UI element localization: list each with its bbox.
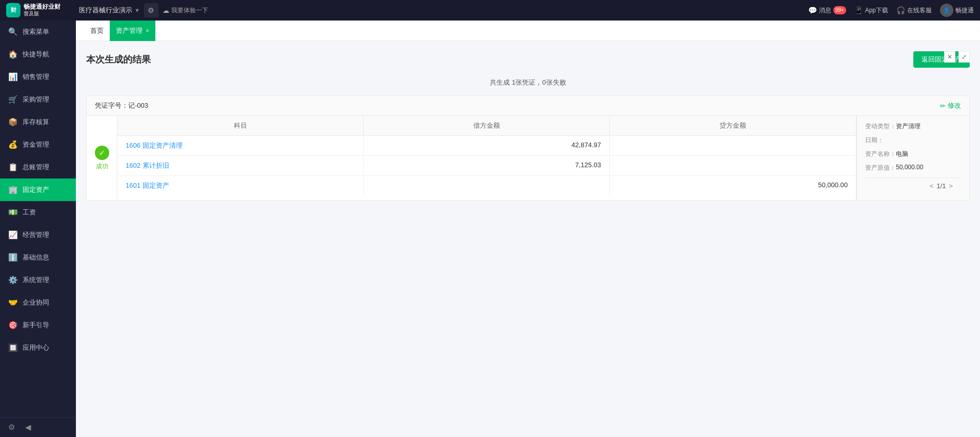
original-value-row: 资产原值： 50,000.00 (865, 164, 961, 172)
sidebar-item-funds[interactable]: 💰 资金管理 (0, 133, 76, 156)
settings-bottom-icon[interactable]: ⚙ (8, 423, 15, 432)
guide-icon: 🎯 (8, 321, 17, 330)
avatar: 👤 (940, 4, 953, 17)
date-row: 日期： (865, 136, 961, 145)
sidebar-label-basic-info: 基础信息 (23, 253, 49, 262)
sidebar-label-ledger: 总账管理 (23, 163, 49, 172)
subject-cell-1[interactable]: 1602 累计折旧 (117, 156, 364, 175)
sidebar-label-guide: 新手引导 (23, 321, 49, 330)
messages-badge: 99+ (833, 6, 846, 14)
sidebar-label-search: 搜索菜单 (23, 27, 49, 36)
sidebar-item-basic-info[interactable]: ℹ️ 基础信息 (0, 246, 76, 269)
debit-cell-1: 7,125.03 (364, 156, 610, 175)
page-title: 本次生成的结果 (86, 53, 151, 66)
change-type-label: 变动类型： (865, 122, 896, 131)
close-panel-button[interactable]: ✕ (944, 51, 955, 63)
tab-bar: 首页 资产管理 × (76, 21, 980, 41)
funds-icon: 💰 (8, 140, 17, 149)
sidebar-item-guide[interactable]: 🎯 新手引导 (0, 314, 76, 336)
page-prev[interactable]: < (930, 182, 934, 190)
col-debit: 借方金额 (364, 116, 610, 135)
sidebar-label-funds: 资金管理 (23, 140, 49, 149)
logo-icon: 财 (6, 3, 21, 17)
page-next[interactable]: > (949, 182, 953, 190)
sidebar-item-inventory[interactable]: 📦 库存核算 (0, 111, 76, 133)
change-type-row: 变动类型： 资产清理 (865, 122, 961, 131)
settings-icon[interactable]: ⚙ (144, 3, 158, 17)
voucher-number: 凭证字号：记-003 (95, 101, 148, 110)
edit-button[interactable]: ✏ 修改 (940, 101, 961, 110)
sidebar-item-payroll[interactable]: 💵 工资 (0, 201, 76, 224)
sidebar-label-inventory: 库存核算 (23, 117, 49, 127)
main-layout: 🔍 搜索菜单 🏠 快捷导航 📊 销售管理 🛒 采购管理 📦 库存核算 💰 资金管… (0, 21, 980, 437)
debit-cell-2 (364, 176, 610, 195)
sidebar-label-app-center: 应用中心 (23, 343, 49, 352)
sidebar-item-sales[interactable]: 📊 销售管理 (0, 66, 76, 88)
panel-controls: ✕ ⤢ (944, 51, 970, 63)
side-info-panel: 变动类型： 资产清理 日期： 资产名称： 电脑 资产原值： (856, 116, 969, 200)
sidebar-label-fixed-assets: 固定资产 (23, 185, 49, 194)
operations-icon: 📈 (8, 230, 17, 240)
messages-button[interactable]: 💬 消息 99+ (808, 6, 846, 15)
asset-name-label: 资产名称： (865, 150, 896, 158)
basic-info-icon: ℹ️ (8, 253, 17, 262)
sidebar: 🔍 搜索菜单 🏠 快捷导航 📊 销售管理 🛒 采购管理 📦 库存核算 💰 资金管… (0, 21, 76, 437)
sidebar-item-cooperation[interactable]: 🤝 企业协同 (0, 291, 76, 314)
table-header: 科目 借方金额 贷方金额 (117, 116, 856, 136)
sidebar-item-system[interactable]: ⚙️ 系统管理 (0, 269, 76, 291)
sidebar-item-shortcut[interactable]: 🏠 快捷导航 (0, 43, 76, 66)
app-logo: 财 畅捷通好业财 普及版 (6, 3, 73, 17)
sidebar-item-app-center[interactable]: 🔲 应用中心 (0, 336, 76, 359)
credit-cell-0 (610, 136, 856, 155)
table-row: 1602 累计折旧 7,125.03 (117, 156, 856, 176)
pagination: < 1/1 > (865, 177, 961, 194)
sidebar-item-operations[interactable]: 📈 经营管理 (0, 224, 76, 246)
trial-button[interactable]: ☁ 我要体验一下 (163, 6, 208, 15)
user-menu[interactable]: 👤 畅捷通 (940, 4, 974, 17)
purchase-icon: 🛒 (8, 95, 17, 104)
sidebar-item-search[interactable]: 🔍 搜索菜单 (0, 21, 76, 43)
sidebar-bottom: ⚙ ◀ (0, 417, 76, 437)
original-value-label: 资产原值： (865, 164, 896, 172)
voucher-card: 凭证字号：记-003 ✏ 修改 ✓ 成功 科目 (86, 95, 970, 201)
sidebar-item-fixed-assets[interactable]: 🏢 固定资产 (0, 178, 76, 201)
asset-name-value: 电脑 (896, 150, 908, 158)
topbar-right: 💬 消息 99+ 📱 App下载 🎧 在线客服 👤 畅捷通 (808, 4, 974, 17)
credit-cell-1 (610, 156, 856, 175)
col-subject: 科目 (117, 116, 364, 135)
date-label: 日期： (865, 136, 896, 145)
payroll-icon: 💵 (8, 208, 17, 217)
page-content: ✕ ⤢ 本次生成的结果 返回固定资产 共生成 1张凭证，0张失败 凭证字号：记-… (76, 41, 980, 437)
ledger-icon: 📋 (8, 163, 17, 172)
page-header: 本次生成的结果 返回固定资产 (86, 51, 970, 68)
sidebar-label-payroll: 工资 (23, 208, 36, 217)
online-support-button[interactable]: 🎧 在线客服 (896, 6, 932, 15)
sidebar-label-operations: 经营管理 (23, 230, 49, 240)
status-column: ✓ 成功 (87, 116, 117, 200)
topbar: 财 畅捷通好业财 普及版 医疗器械行业演示 ▼ ⚙ ☁ 我要体验一下 💬 消息 … (0, 0, 980, 21)
sidebar-item-ledger[interactable]: 📋 总账管理 (0, 156, 76, 178)
tab-close-icon[interactable]: × (146, 27, 149, 34)
collapse-icon[interactable]: ◀ (25, 423, 31, 432)
sidebar-label-purchase: 采购管理 (23, 95, 49, 104)
sidebar-item-purchase[interactable]: 🛒 采购管理 (0, 88, 76, 111)
tab-asset-management[interactable]: 资产管理 × (110, 21, 155, 41)
subject-cell-2[interactable]: 1601 固定资产 (117, 176, 364, 195)
fixed-assets-icon: 🏢 (8, 185, 17, 194)
search-icon: 🔍 (8, 27, 17, 36)
company-selector[interactable]: 医疗器械行业演示 ▼ (79, 6, 140, 15)
inventory-icon: 📦 (8, 117, 17, 127)
original-value-value: 50,000.00 (896, 164, 923, 172)
sidebar-label-cooperation: 企业协同 (23, 298, 49, 307)
app-download-button[interactable]: 📱 App下载 (854, 6, 888, 15)
content-area: 首页 资产管理 × ✕ ⤢ 本次生成的结果 返回固定资产 共生成 1张凭证，0张… (76, 21, 980, 437)
subject-cell-0[interactable]: 1606 固定资产清理 (117, 136, 364, 155)
success-icon: ✓ (95, 146, 109, 160)
asset-name-row: 资产名称： 电脑 (865, 150, 961, 158)
sales-icon: 📊 (8, 72, 17, 82)
tab-home[interactable]: 首页 (84, 21, 110, 41)
sidebar-label-system: 系统管理 (23, 275, 49, 285)
expand-panel-button[interactable]: ⤢ (958, 51, 970, 63)
app-center-icon: 🔲 (8, 343, 17, 352)
sidebar-label-shortcut: 快捷导航 (23, 50, 49, 59)
